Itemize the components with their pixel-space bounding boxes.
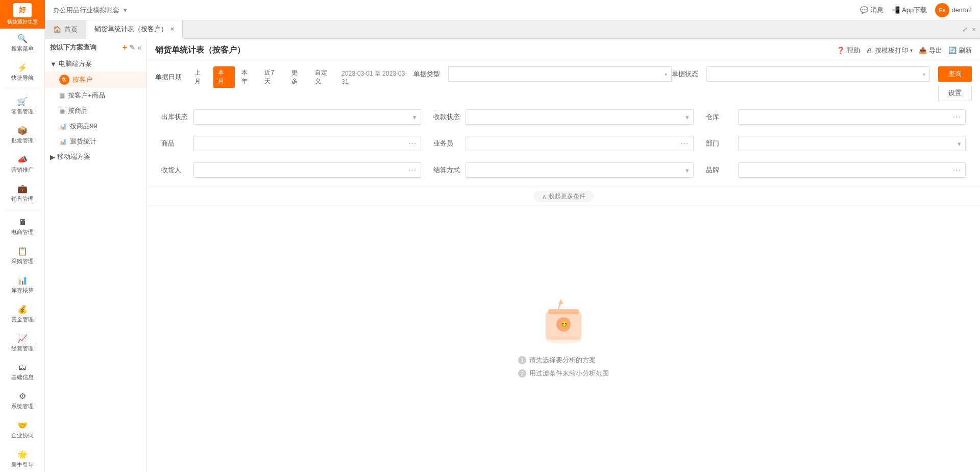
salesperson-dots: ··· [680, 139, 689, 148]
help-btn[interactable]: ❓ 帮助 [837, 46, 860, 55]
app-download-btn[interactable]: 📲 App下载 [892, 6, 927, 15]
brand-control[interactable]: ··· [738, 162, 966, 178]
date-tab-this-year[interactable]: 本年 [237, 66, 258, 88]
filter-cell-salesperson: 业务员 ··· [427, 133, 699, 154]
empty-tips: 1 请先选择要分析的方案 2 用过滤条件来缩小分析范围 [518, 356, 609, 382]
query-button[interactable]: 查询 [938, 66, 972, 82]
empty-icon: 😊 [533, 296, 594, 347]
date-tab-this-month[interactable]: 本月 [213, 66, 235, 88]
refresh-icon: 🔄 [948, 46, 957, 54]
scheme-item-returns[interactable]: 📊 退货统计 [45, 134, 146, 149]
scheme-item-customer-product[interactable]: ▦ 按客户+商品 [45, 88, 146, 103]
sidebar-item-wholesale[interactable]: 📦 批发管理 [0, 121, 44, 150]
sidebar-item-inventory[interactable]: 📊 库存核算 [0, 270, 44, 299]
returns-icon: 📊 [59, 138, 67, 145]
warehouse-control[interactable]: ··· [738, 109, 966, 125]
sidebar-item-finance[interactable]: 💰 资金管理 [0, 299, 44, 328]
tab-sales-stat[interactable]: 销货单统计表（按客户） × [86, 20, 183, 39]
date-tab-7days[interactable]: 近7天 [260, 66, 284, 88]
add-scheme-btn[interactable]: + [122, 43, 127, 52]
export-btn[interactable]: 📤 导出 [919, 46, 942, 55]
export-label: 导出 [929, 46, 942, 55]
product-control[interactable]: ··· [193, 136, 421, 151]
tip-num-1: 1 [518, 356, 526, 364]
sidebar-item-marketing[interactable]: 📣 营销推广 [0, 150, 44, 179]
edit-scheme-btn[interactable]: ✎ [129, 43, 135, 52]
page-actions: ❓ 帮助 🖨 按模板打印 ▾ 📤 导出 🔄 刷新 [837, 46, 972, 55]
order-type-control[interactable]: ▾ [448, 66, 672, 82]
sidebar-item-newbie[interactable]: 🌟 新手引导 [0, 444, 44, 472]
collect-status-control[interactable]: ▾ [465, 109, 693, 125]
print-btn[interactable]: 🖨 按模板打印 ▾ [866, 46, 913, 55]
order-type-chevron: ▾ [665, 72, 667, 77]
scheme-group-mobile-header[interactable]: ▶ 移动端方案 [45, 149, 146, 164]
tab-close-btn[interactable]: × [170, 26, 174, 33]
collapse-panel-btn[interactable]: « [137, 43, 141, 52]
sidebar-item-enterprise[interactable]: 🤝 企业协同 [0, 415, 44, 444]
date-tab-custom[interactable]: 自定义 [310, 66, 338, 88]
tip-text-1: 请先选择要分析的方案 [529, 356, 596, 365]
sidebar-item-search[interactable]: 🔍 搜索菜单 [0, 29, 44, 58]
settings-button[interactable]: 设置 [938, 85, 972, 101]
sidebar-item-newbie-label: 新手引导 [11, 461, 34, 468]
receiver-control[interactable]: ··· [193, 162, 421, 178]
order-type-label: 单据类型 [413, 69, 444, 79]
sidebar-item-system[interactable]: ⚙ 系统管理 [0, 386, 44, 415]
warehouse-label: 仓库 [706, 112, 734, 122]
print-dropdown-icon: ▾ [910, 48, 913, 53]
salesperson-control[interactable]: ··· [465, 136, 693, 151]
sidebar-item-shortcut[interactable]: ⚡ 快捷导航 [0, 58, 44, 87]
finance-icon: 💰 [17, 304, 28, 314]
settlement-chevron: ▾ [685, 167, 689, 174]
help-label: 帮助 [847, 46, 860, 55]
date-range: 2023-03-01 至 2023-03-31 [341, 69, 413, 85]
filter-cell-dept: 部门 ▾ [700, 133, 972, 154]
brand-dots: ··· [953, 166, 961, 175]
date-tab-more[interactable]: 更多 [287, 66, 308, 88]
receiver-dots: ··· [408, 166, 416, 175]
tab-close-window-icon[interactable]: × [972, 26, 976, 33]
message-btn[interactable]: 💬 消息 [860, 6, 884, 15]
scheme-item-product[interactable]: ▦ 按商品 [45, 103, 146, 119]
warehouse-dots: ··· [953, 112, 961, 122]
collapse-up-icon: ∧ [542, 193, 547, 200]
out-status-label: 出库状态 [161, 112, 189, 122]
marketing-icon: 📣 [17, 155, 28, 164]
sidebar-item-ecommerce-label: 电商管理 [11, 228, 34, 236]
out-status-control[interactable]: ▾ [193, 109, 421, 125]
desktop-group-label: 电脑端方案 [59, 59, 92, 68]
avatar-text: Ea [939, 7, 946, 13]
scheme-item-product99[interactable]: 📊 按商品99 [45, 119, 146, 134]
sidebar-item-sales[interactable]: 💼 销售管理 [0, 179, 44, 208]
date-tab-last-month[interactable]: 上月 [190, 66, 211, 88]
sidebar-item-operations[interactable]: 📈 经营管理 [0, 328, 44, 358]
export-icon: 📤 [919, 46, 927, 54]
sales-icon: 💼 [17, 184, 28, 194]
sidebar-item-ecommerce[interactable]: 🖥 电商管理 [0, 213, 44, 241]
tab-home[interactable]: 🏠 首页 [45, 20, 86, 39]
logo-text: 畅捷通好生意 [7, 18, 38, 26]
sidebar-item-basic[interactable]: 🗂 基础信息 [0, 358, 44, 386]
customer-product-icon: ▦ [59, 92, 65, 99]
settlement-control[interactable]: ▾ [465, 162, 693, 178]
dept-control[interactable]: ▾ [738, 136, 966, 151]
empty-tip-1: 1 请先选择要分析的方案 [518, 356, 609, 365]
order-status-control[interactable]: ▾ [706, 66, 930, 82]
scheme-item-customer[interactable]: 客 按客户 [45, 72, 146, 88]
user-menu[interactable]: Ea demo2 [935, 3, 972, 17]
scheme-group-desktop-header[interactable]: ▼ 电脑端方案 [45, 56, 146, 72]
topbar-dropdown-icon[interactable]: ▾ [124, 6, 127, 14]
sidebar-item-purchase[interactable]: 📋 采购管理 [0, 241, 44, 270]
date-tabs: 上月 本月 本年 近7天 更多 自定义 [190, 66, 337, 88]
tab-restore-icon[interactable]: ⤢ [962, 26, 968, 33]
collapse-btn[interactable]: ∧ 收起更多条件 [534, 191, 594, 202]
collapse-label: 收起更多条件 [549, 192, 585, 201]
refresh-btn[interactable]: 🔄 刷新 [948, 46, 972, 55]
sidebar-item-inventory-label: 库存核算 [11, 287, 34, 294]
scheme-item-product-label: 按商品 [68, 106, 88, 115]
newbie-icon: 🌟 [17, 450, 28, 459]
filter-cell-receiver: 收货人 ··· [155, 159, 427, 181]
sidebar-logo: 好 畅捷通好生意 [0, 0, 45, 29]
filter-area: 单据日期 上月 本月 本年 近7天 更多 自定义 2023-03-01 至 20… [147, 60, 980, 187]
sidebar-item-retail[interactable]: 🛒 零售管理 [0, 91, 44, 121]
